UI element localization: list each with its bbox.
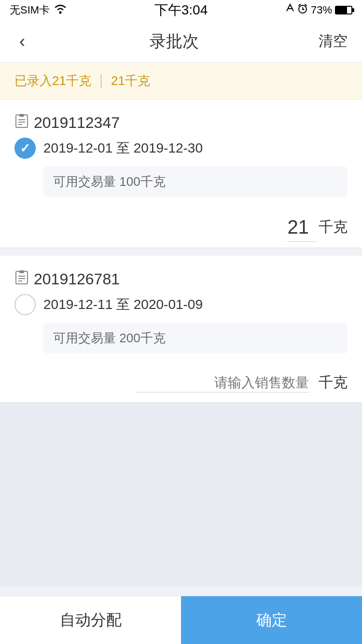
batch-2-unit: 千克	[319, 373, 348, 392]
batch-2-date: 2019-12-11 至 2020-01-09	[43, 295, 203, 314]
svg-rect-3	[19, 114, 24, 117]
svg-rect-8	[19, 270, 24, 273]
battery-icon	[335, 6, 352, 14]
recorded-label: 已录入21千克	[14, 72, 91, 89]
sim-text: 无SIM卡	[10, 3, 50, 17]
section-divider	[0, 248, 362, 256]
batch-1-unit: 千克	[319, 217, 348, 237]
batch-2-availability: 可用交易量 200千克	[43, 323, 348, 353]
batch-2-id: 2019126781	[34, 270, 120, 288]
batch-1-availability: 可用交易量 100千克	[43, 167, 348, 197]
batch-1-icon	[14, 114, 29, 132]
info-banner: 已录入21千克 21千克	[0, 63, 362, 99]
batch-1-id: 2019112347	[34, 114, 120, 132]
batch-2-icon	[14, 270, 29, 288]
batch-1-radio[interactable]	[14, 138, 36, 159]
batch-1-date-row[interactable]: 2019-12-01 至 2019-12-30	[14, 138, 348, 159]
page-title: 录批次	[150, 30, 199, 53]
confirm-button[interactable]: 确定	[181, 596, 362, 644]
status-time: 下午3:04	[154, 1, 208, 19]
batch-1-quantity-row: 21 千克	[0, 207, 362, 248]
recorded-value: 21千克	[111, 72, 150, 89]
batch-card-1: 2019112347 2019-12-01 至 2019-12-30 可用交易量…	[0, 99, 362, 207]
auto-distribute-button[interactable]: 自动分配	[0, 596, 181, 644]
batch-1-header: 2019112347	[14, 114, 348, 132]
battery-percent: 73%	[311, 4, 332, 16]
svg-point-0	[59, 12, 62, 14]
batch-1-quantity-value: 21	[288, 216, 309, 238]
banner-divider	[101, 74, 101, 88]
main-content: 2019112347 2019-12-01 至 2019-12-30 可用交易量…	[0, 99, 362, 586]
status-bar: 无SIM卡 下午3:04 73%	[0, 0, 362, 20]
alarm-icon	[297, 3, 308, 17]
batch-1-date: 2019-12-01 至 2019-12-30	[43, 139, 203, 157]
bottom-bar: 自动分配 确定	[0, 596, 362, 644]
status-left: 无SIM卡	[10, 3, 67, 17]
gray-area	[0, 403, 362, 586]
nav-bar: ‹ 录批次 清空	[0, 20, 362, 63]
batch-2-header: 2019126781	[14, 270, 348, 288]
status-right: 73%	[286, 3, 352, 17]
batch-2-date-row[interactable]: 2019-12-11 至 2020-01-09	[14, 294, 348, 315]
back-button[interactable]: ‹	[14, 27, 30, 56]
batch-card-2: 2019126781 2019-12-11 至 2020-01-09 可用交易量…	[0, 256, 362, 363]
location-icon	[286, 3, 294, 17]
clear-button[interactable]: 清空	[319, 31, 348, 51]
batch-2-input-row: 千克	[0, 363, 362, 403]
batch-2-quantity-input[interactable]	[136, 375, 309, 391]
wifi-icon	[54, 3, 67, 17]
batch-2-radio[interactable]	[14, 294, 36, 315]
